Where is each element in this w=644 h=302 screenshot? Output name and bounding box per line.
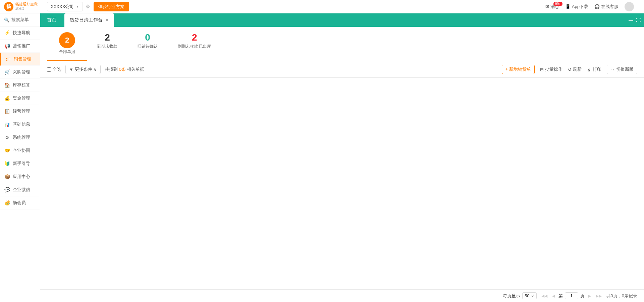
sidebar-icon-cooperation: 🤝 xyxy=(4,148,10,153)
sidebar-items: ⚡快捷导航📢营销推广🏷销售管理🛒采购管理🏠库存核算💰资金管理📋经营管理📊基础信息… xyxy=(0,26,40,209)
sidebar-icon-basic-info: 📊 xyxy=(4,122,10,127)
industry-button[interactable]: 体验行业方案 xyxy=(94,2,129,11)
refresh-icon: ↺ xyxy=(568,67,572,72)
refresh-button[interactable]: ↺ 刷新 xyxy=(568,66,582,72)
stat-label-overdue-out: 到期未收款 已出库 xyxy=(178,44,211,49)
message-badge: 99+ xyxy=(553,2,562,6)
filter-label: 更多条件 xyxy=(75,66,92,72)
sidebar-label-sales: 销售管理 xyxy=(14,56,31,62)
total-info: 共0页，0条记录 xyxy=(606,293,637,299)
sidebar-label-purchase: 采购管理 xyxy=(13,69,30,75)
sidebar-icon-sales: 🏷 xyxy=(5,56,11,62)
page-size-dropdown[interactable]: 50 ∨ xyxy=(522,292,536,299)
sidebar-item-purchase[interactable]: 🛒采购管理 xyxy=(0,66,40,79)
stat-card-pending[interactable]: 0 旺铺待确认 xyxy=(127,27,168,61)
page-suffix: 页 xyxy=(580,293,585,299)
search-icon: 🔍 xyxy=(4,17,9,22)
sidebar-label-finance: 资金管理 xyxy=(13,95,30,101)
online-service-label: 在线客服 xyxy=(601,4,619,10)
stat-card-all[interactable]: 2 全部单据 xyxy=(47,27,87,61)
refresh-label: 刷新 xyxy=(573,66,582,72)
tab-close-icon[interactable]: ✕ xyxy=(105,18,109,22)
tab-minimize-icon[interactable]: — xyxy=(629,17,633,23)
tab-bar-right: — ⛶ xyxy=(629,17,644,23)
sidebar-icon-guide: 🔰 xyxy=(4,161,10,166)
sidebar-label-inventory: 库存核算 xyxy=(13,82,30,88)
stat-number-pending: 0 xyxy=(138,32,158,43)
sidebar: 🔍 搜索菜单 ⚡快捷导航📢营销推广🏷销售管理🛒采购管理🏠库存核算💰资金管理📋经营… xyxy=(0,13,40,302)
table-area xyxy=(40,78,644,289)
sidebar-item-operations[interactable]: 📋经营管理 xyxy=(0,105,40,118)
app-download-label: App下载 xyxy=(572,4,588,10)
batch-button[interactable]: ⊞ 批量操作 xyxy=(540,66,562,72)
sidebar-item-member[interactable]: 👑畅会员 xyxy=(0,196,40,209)
page-input[interactable] xyxy=(565,292,578,299)
sidebar-icon-operations: 📋 xyxy=(4,109,10,114)
batch-icon: ⊞ xyxy=(540,67,544,72)
sidebar-item-quick-nav[interactable]: ⚡快捷导航 xyxy=(0,26,40,40)
sidebar-item-cooperation[interactable]: 🤝企业协同 xyxy=(0,144,40,157)
sidebar-item-finance[interactable]: 💰资金管理 xyxy=(0,92,40,105)
sidebar-item-inventory[interactable]: 🏠库存核算 xyxy=(0,79,40,92)
stats-bar: 2 全部单据 2 到期未收款 0 旺铺待确认 2 到期未收款 已出库 xyxy=(40,27,644,61)
tab-active[interactable]: 钱货日清工作台 ✕ xyxy=(64,13,114,27)
next-page-button[interactable]: ▶ xyxy=(587,293,592,299)
sidebar-label-app-center: 应用中心 xyxy=(13,174,30,180)
tab-active-label: 钱货日清工作台 xyxy=(70,17,103,23)
page-size-select: 每页显示 50 ∨ xyxy=(503,292,536,299)
main-content: 首页 钱货日清工作台 ✕ — ⛶ 2 全部单据 2 到期未收款 0 旺铺待确认 xyxy=(40,13,644,302)
last-page-button[interactable]: ▶▶ xyxy=(594,293,603,299)
service-icon: 🎧 xyxy=(594,4,600,9)
stat-card-overdue[interactable]: 2 到期未收款 xyxy=(87,27,127,61)
stat-label-overdue: 到期未收款 xyxy=(97,44,117,49)
sidebar-label-cooperation: 企业协同 xyxy=(13,147,30,154)
switch-new-button[interactable]: ↔ 切换新版 xyxy=(607,65,637,74)
sidebar-search[interactable]: 🔍 搜索菜单 xyxy=(0,13,40,26)
page-nav: ◀◀ ◀ 第 页 ▶ ▶▶ xyxy=(540,292,603,299)
stat-number-overdue-out: 2 xyxy=(178,32,211,43)
new-sale-button[interactable]: + 新增销货单 xyxy=(502,65,535,74)
sidebar-icon-app-center: 📦 xyxy=(4,174,10,179)
sidebar-item-wechat[interactable]: 💬企业微信 xyxy=(0,183,40,196)
filter-chevron-icon: ∨ xyxy=(94,67,97,72)
sidebar-icon-member: 👑 xyxy=(4,200,10,205)
sidebar-item-app-center[interactable]: 📦应用中心 xyxy=(0,170,40,183)
sidebar-label-operations: 经营管理 xyxy=(13,108,30,114)
stat-card-overdue-out[interactable]: 2 到期未收款 已出库 xyxy=(168,27,221,61)
online-service-action[interactable]: 🎧 在线客服 xyxy=(594,4,619,10)
app-download-icon: 📱 xyxy=(565,4,571,9)
message-action[interactable]: ✉ 消息 99+ xyxy=(545,4,559,10)
select-all-input[interactable] xyxy=(47,67,51,72)
logo-text: 畅捷通好生意 xyxy=(15,2,38,6)
logo-badge: 标准版 xyxy=(15,7,38,11)
print-button[interactable]: 🖨 打印 xyxy=(587,66,601,72)
avatar[interactable] xyxy=(625,2,634,11)
page-label: 第 xyxy=(558,293,563,299)
select-all-checkbox[interactable]: 全选 xyxy=(47,66,61,72)
logo-icon: 畅 xyxy=(4,2,13,11)
found-count: 0条 xyxy=(119,67,126,72)
message-icon: ✉ xyxy=(545,4,549,9)
sidebar-icon-inventory: 🏠 xyxy=(4,82,10,88)
prev-page-button[interactable]: ◀ xyxy=(551,293,556,299)
sidebar-item-sales[interactable]: 🏷销售管理 xyxy=(0,53,40,66)
company-selector[interactable]: XXXXX公司 ▼ xyxy=(47,2,83,11)
stat-label-pending: 旺铺待确认 xyxy=(138,44,158,49)
search-label: 搜索菜单 xyxy=(11,17,29,23)
stat-label-all: 全部单据 xyxy=(57,49,77,55)
found-text: 共找到 0条 相关单据 xyxy=(105,66,144,72)
tab-expand-icon[interactable]: ⛶ xyxy=(636,17,641,23)
sidebar-label-marketing: 营销推广 xyxy=(13,43,30,49)
app-download-action[interactable]: 📱 App下载 xyxy=(565,4,588,10)
sidebar-item-guide[interactable]: 🔰新手引导 xyxy=(0,157,40,170)
settings-icon[interactable]: ⚙ xyxy=(86,3,90,10)
print-icon: 🖨 xyxy=(587,67,591,72)
sidebar-item-marketing[interactable]: 📢营销推广 xyxy=(0,40,40,53)
sidebar-item-basic-info[interactable]: 📊基础信息 xyxy=(0,118,40,131)
first-page-button[interactable]: ◀◀ xyxy=(540,293,549,299)
tab-home[interactable]: 首页 xyxy=(40,13,63,27)
stat-number-overdue: 2 xyxy=(97,32,117,43)
page-size-chevron-icon: ∨ xyxy=(531,293,534,298)
filter-button[interactable]: ▼ 更多条件 ∨ xyxy=(65,65,101,74)
sidebar-item-system[interactable]: ⚙系统管理 xyxy=(0,131,40,144)
